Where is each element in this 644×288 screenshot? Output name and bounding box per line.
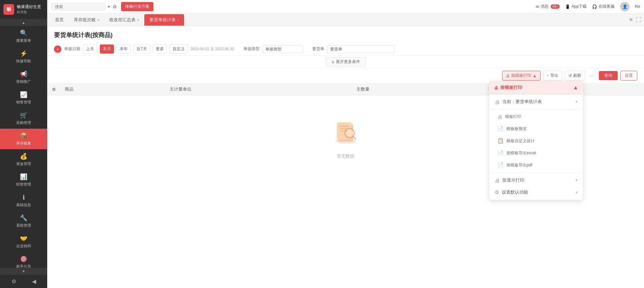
template-preview-item[interactable]: 📄 模板板预览 <box>489 123 583 135</box>
window-maximize-btn[interactable]: ⛶ <box>636 17 641 23</box>
table-th-settings[interactable]: ⚙ <box>47 84 61 95</box>
sidebar-scroll-up[interactable]: ▲ <box>0 19 47 26</box>
sidebar-item-enterprise[interactable]: 🤝 企业协同 <box>0 231 47 252</box>
tab-home[interactable]: 首页 <box>50 14 69 26</box>
tab-order-stats-label: 要货单统计表 <box>149 17 176 23</box>
app-download-btn[interactable]: 📱 App下载 <box>565 4 587 9</box>
template-export-pdf-label: 按模板导出pdf <box>506 162 532 168</box>
online-service-btn[interactable]: 🎧 在线客服 <box>592 4 615 9</box>
tab-order-stats-close[interactable]: × <box>177 18 179 22</box>
table-th-quantity: 主数量 <box>352 84 485 95</box>
sidebar-item-inventory[interactable]: 📦 库存核算 <box>0 129 47 149</box>
tab-home-label: 首页 <box>55 17 64 23</box>
message-btn[interactable]: ✉ 消息 99+ <box>536 4 560 9</box>
topbar-right: ✉ 消息 99+ 📱 App下载 🎧 在线客服 👤 Rit <box>536 2 640 11</box>
dropdown-divider-2 <box>489 172 583 173</box>
sidebar-item-finance[interactable]: 💰 资金管理 <box>0 149 47 170</box>
template-export-excel-item[interactable]: 📄 按模板导出excel <box>489 147 583 159</box>
user-avatar[interactable]: 👤 <box>620 2 630 11</box>
date-btn-this-year[interactable]: 本年 <box>117 44 131 54</box>
topbar-search-input[interactable] <box>51 3 105 10</box>
query-btn[interactable]: 查询 <box>599 71 618 80</box>
sidebar-label-inventory: 库存核算 <box>16 141 31 146</box>
template-preview-left: 📄 模板板预览 <box>497 126 527 132</box>
sidebar-label-marketing: 营销推广 <box>16 79 31 84</box>
topbar-dropdown-icon[interactable]: ▾ <box>108 4 110 9</box>
purchase-icon: 🛒 <box>20 111 27 119</box>
print-current-template[interactable]: 🖨 当前：要货单统计表 ▾ <box>489 96 583 108</box>
sidebar-item-system[interactable]: 🔧 系统管理 <box>0 211 47 231</box>
display-print-item[interactable]: 🖨 按显示打印 ▾ <box>489 174 583 186</box>
operations-icon: 📊 <box>20 173 27 181</box>
template-print-left: 🖨 模板打印 <box>497 114 521 120</box>
sidebar-label-enterprise: 企业协同 <box>16 244 31 249</box>
current-template-left: 🖨 当前：要货单统计表 <box>495 99 542 105</box>
settings-btn[interactable]: 设置 <box>620 71 637 81</box>
refresh-btn[interactable]: ↺ 刷新 <box>565 71 585 81</box>
window-controls: ✕ ⛶ <box>629 17 641 23</box>
sidebar-item-operations[interactable]: 📊 经营管理 <box>0 170 47 190</box>
footer-settings-icon[interactable]: ⚙ <box>11 278 16 285</box>
sidebar-label-finance: 资金管理 <box>16 161 31 166</box>
print-dropdown-close-btn[interactable]: ▲ <box>573 85 578 91</box>
export-icon: ↑ <box>547 73 549 78</box>
expand-more-icon: ∨ <box>331 60 334 64</box>
sidebar-item-quick-nav[interactable]: ⚡ 快捷导航 <box>0 46 47 67</box>
print-dropdown-title: 🖨 按模板打印 <box>494 85 522 91</box>
sidebar-label-beginner: 新手引导 <box>16 264 31 268</box>
current-template-label: 当前：要货单统计表 <box>502 99 542 105</box>
tab-inventory-batch[interactable]: 库存批次账 × <box>69 14 104 26</box>
tab-order-stats[interactable]: 要货单统计表 × <box>144 14 184 26</box>
template-custom-label: 模板自定义设计 <box>506 138 535 144</box>
sidebar-label-purchase: 采购管理 <box>16 120 31 125</box>
sidebar-item-marketing[interactable]: 📢 营销推广 <box>0 67 47 88</box>
sidebar-scroll-down[interactable]: ▼ <box>0 268 47 275</box>
expand-more-btn[interactable]: ∨ 展开更多条件 <box>326 57 366 66</box>
export-label: 导出 <box>550 73 558 78</box>
display-print-chevron: ▾ <box>576 178 578 183</box>
date-btn-7days[interactable]: 近7天 <box>134 44 150 54</box>
order-category-select[interactable]: 要货单 <box>327 45 394 53</box>
template-export-pdf-icon: 📄 <box>497 162 504 168</box>
more-options-btn[interactable]: ··· <box>588 72 596 79</box>
set-default-item[interactable]: ⚙ 设置默认功能 ▾ <box>489 186 583 198</box>
template-export-pdf-item[interactable]: 📄 按模板导出pdf <box>489 159 583 171</box>
export-btn[interactable]: ↑ 导出 <box>543 71 562 81</box>
topbar-gear-icon[interactable]: ⚙ <box>113 4 117 9</box>
template-print-item[interactable]: 🖨 模板打印 <box>489 111 583 123</box>
sidebar-item-purchase[interactable]: 🛒 采购管理 <box>0 108 47 129</box>
tab-collection-summary-close[interactable]: × <box>137 18 139 22</box>
sidebar-label-basic-info: 基础信息 <box>16 202 31 207</box>
message-badge: 99+ <box>551 4 560 9</box>
template-export-excel-label: 按模板导出excel <box>506 150 536 156</box>
type-filter-select[interactable]: 单据类型 要货单 <box>262 45 303 53</box>
sidebar-label-system: 系统管理 <box>16 223 31 228</box>
app-name: 畅康通好生意 <box>17 4 41 10</box>
set-default-label: 设置默认功能 <box>502 189 528 195</box>
date-btn-last-month[interactable]: 上月 <box>83 44 97 54</box>
sidebar-item-beginner[interactable]: 🎯 新手引导 <box>0 252 47 268</box>
date-btn-this-month[interactable]: 本月 <box>100 44 114 54</box>
beginner-icon: 🎯 <box>20 255 27 263</box>
sidebar-label-sales: 销售管理 <box>16 100 31 105</box>
display-print-icon: 🖨 <box>495 178 500 183</box>
order-category-label: 要货单 <box>312 46 324 52</box>
filter-expand-btn[interactable]: » <box>54 45 61 53</box>
window-close-btn[interactable]: ✕ <box>629 17 633 23</box>
date-filter-label: 单据日期 <box>64 46 80 52</box>
template-custom-left: 📋 模板自定义设计 <box>497 138 535 144</box>
app-logo: 畅 畅康通好生意 标准版 <box>0 0 47 19</box>
industry-btn[interactable]: 体验行业方案 <box>121 2 153 11</box>
sidebar-item-search[interactable]: 🔍 搜索菜单 <box>0 26 47 46</box>
date-btn-custom[interactable]: 自定义 <box>170 44 188 54</box>
template-export-excel-icon: 📄 <box>497 150 504 156</box>
tab-collection-summary[interactable]: 收发存汇总表 × <box>104 14 144 26</box>
template-custom-item[interactable]: 📋 模板自定义设计 <box>489 135 583 147</box>
sidebar-item-sales[interactable]: 📈 销售管理 <box>0 88 47 108</box>
print-btn[interactable]: 🖨 按模板打印 ▲ <box>502 71 540 81</box>
sidebar-item-basic-info[interactable]: ℹ 基础信息 <box>0 190 47 211</box>
date-btn-more[interactable]: 更多 <box>153 44 167 54</box>
system-icon: 🔧 <box>20 214 27 222</box>
footer-collapse-icon[interactable]: ◀ <box>32 278 36 285</box>
tab-inventory-batch-close[interactable]: × <box>97 18 99 22</box>
